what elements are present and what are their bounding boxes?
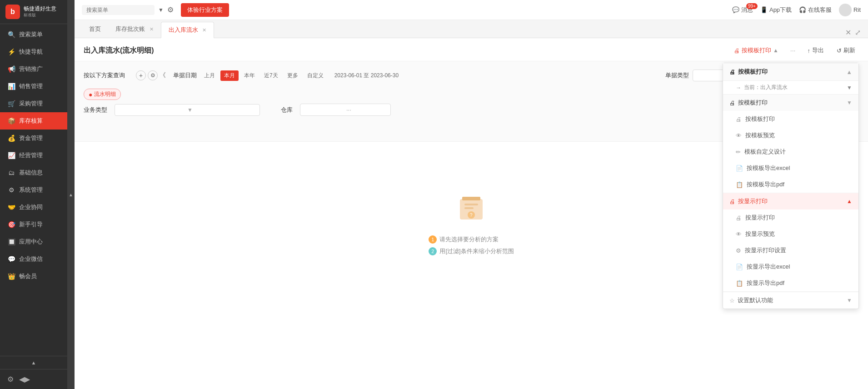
template-section-arrow: ▼	[847, 100, 852, 106]
template-print-arrow[interactable]: ▲	[773, 47, 778, 54]
display-print-icon: 🖨	[736, 214, 742, 221]
nav-icon-search: 🔍	[7, 30, 15, 39]
template-print-item[interactable]: 🖨 按模板打印	[723, 111, 858, 127]
sidebar-item-system[interactable]: ⚙系统管理	[0, 181, 67, 199]
nav-label-system: 系统管理	[19, 186, 43, 194]
sidebar-item-purchase[interactable]: 🛒采购管理	[0, 95, 67, 112]
sidebar-scroll-up[interactable]: ▲	[28, 359, 40, 366]
app-name: 畅捷通好生意	[24, 5, 56, 13]
dropdown-panel: 🖨 按模板打印 ▲ → 当前：出入库流水 ▼	[723, 63, 859, 309]
topbar-dropdown-arrow[interactable]: ▼	[158, 7, 164, 13]
tab-flow[interactable]: 出入库流水 ✕	[161, 22, 215, 38]
dropdown-close-arrow[interactable]: ▲	[846, 69, 852, 75]
more-options-icon[interactable]: ···	[788, 47, 798, 54]
export-button[interactable]: ↑ 导出	[804, 45, 828, 56]
nav-label-sales: 销售管理	[19, 82, 43, 90]
date-tabs: 上月 本月 本年 近7天 更多 自定义	[200, 70, 327, 81]
display-export-pdf-item[interactable]: 📋 按显示导出pdf	[723, 275, 858, 291]
tab-home[interactable]: 首页	[82, 21, 108, 38]
topbar-search[interactable]	[82, 5, 155, 15]
set-default-label: 设置默认功能	[738, 296, 773, 304]
nav-label-app-center: 应用中心	[19, 238, 43, 246]
industry-solution-button[interactable]: 体验行业方案	[181, 3, 229, 17]
filter-add-button[interactable]: +	[136, 70, 146, 80]
flow-tag: ● 流水明细	[84, 89, 121, 100]
sidebar: b 畅捷通好生意 标准版 🔍搜索菜单⚡快捷导航📢营销推广📊销售管理🛒采购管理📦库…	[0, 0, 67, 389]
warehouse-more-icon[interactable]: ···	[346, 106, 386, 113]
template-export-excel-icon: 📄	[736, 165, 743, 172]
messages-button[interactable]: 💬 消息 99+	[732, 6, 753, 14]
sidebar-item-enterprise[interactable]: 🤝企业协同	[0, 199, 67, 216]
filter-label: 按以下方案查询	[84, 71, 125, 80]
nav-icon-quick-nav: ⚡	[7, 48, 15, 56]
refresh-button[interactable]: ↺ 刷新	[833, 45, 859, 56]
display-print-settings-item[interactable]: ⚙ 按显示打印设置	[723, 242, 858, 259]
sidebar-item-quick-nav[interactable]: ⚡快捷导航	[0, 43, 67, 60]
avatar-image	[839, 4, 852, 16]
logo-icon: b	[5, 5, 20, 19]
display-export-excel-item[interactable]: 📄 按显示导出excel	[723, 259, 858, 275]
date-tab-7days[interactable]: 近7天	[260, 70, 282, 81]
biz-type-arrow: ▼	[187, 107, 255, 113]
sidebar-item-sales[interactable]: 📊销售管理	[0, 78, 67, 95]
filter-action-buttons: + ⚙ 《	[136, 70, 166, 80]
topbar: ▼ ⚙ 体验行业方案 💬 消息 99+ 📱 App下载 🎧 在线客服	[75, 0, 868, 20]
dropdown-section-display-header[interactable]: 🖨 按显示打印 ▲	[723, 193, 858, 209]
sidebar-item-guide[interactable]: 🎯新手引导	[0, 216, 67, 233]
sidebar-settings-icon[interactable]: ⚙	[7, 375, 14, 384]
filter-settings-button[interactable]: ⚙	[148, 70, 158, 80]
tab-bar-close-icon[interactable]: ✕	[845, 28, 851, 37]
tab-flow-close[interactable]: ✕	[202, 27, 206, 33]
sidebar-item-search[interactable]: 🔍搜索菜单	[0, 26, 67, 43]
template-preview-item[interactable]: 👁 按模板预览	[723, 127, 858, 144]
date-tab-last-month[interactable]: 上月	[200, 70, 219, 81]
sidebar-item-wechat[interactable]: 💬企业微信	[0, 250, 67, 268]
sidebar-item-vip[interactable]: 👑畅会员	[0, 268, 67, 285]
topbar-settings-icon[interactable]: ⚙	[167, 5, 174, 14]
display-print-item[interactable]: 🖨 按显示打印	[723, 209, 858, 226]
date-tab-this-year[interactable]: 本年	[240, 70, 259, 81]
search-input[interactable]	[86, 7, 141, 13]
template-custom-item[interactable]: ✏ 模板自定义设计	[723, 144, 858, 160]
page-actions: 🖨 按模板打印 ▲ ··· ↑ 导出 ↺ 刷新	[730, 45, 859, 56]
sidebar-item-basics[interactable]: 🗂基础信息	[0, 164, 67, 181]
display-preview-item[interactable]: 👁 按显示预览	[723, 226, 858, 242]
sidebar-collapse-icon[interactable]: ◀▶	[19, 375, 30, 384]
date-tab-custom[interactable]: 自定义	[304, 70, 327, 81]
empty-illustration: ?	[453, 190, 489, 226]
tab-bar-expand-icon[interactable]: ⤢	[855, 28, 861, 37]
current-selection: → 当前：出入库流水 ▼	[723, 81, 858, 95]
dropdown-panel-title: 🖨 按模板打印	[729, 68, 768, 76]
app-logo: b 畅捷通好生意 标准版	[0, 0, 67, 24]
sidebar-item-marketing[interactable]: 📢营销推广	[0, 60, 67, 78]
sidebar-item-operations[interactable]: 📈经营管理	[0, 147, 67, 164]
page-header: 出入库流水(流水明细) 🖨 按模板打印 ▲ ··· ↑ 导出 ↺ 刷新	[75, 38, 868, 61]
template-export-excel-item[interactable]: 📄 按模板导出excel	[723, 160, 858, 176]
sidebar-scroll-bar[interactable]: ▲	[67, 0, 75, 389]
current-dropdown-arrow[interactable]: ▼	[847, 85, 852, 91]
nav-icon-sales: 📊	[7, 82, 15, 90]
tab-batch-ledger[interactable]: 库存批次账 ✕	[108, 21, 161, 38]
tab-batch-ledger-close[interactable]: ✕	[150, 26, 154, 32]
biz-type-select[interactable]: ▼	[115, 104, 260, 116]
date-tab-this-month[interactable]: 本月	[220, 70, 239, 81]
date-tab-more[interactable]: 更多	[284, 70, 302, 81]
app-download-button[interactable]: 📱 App下载	[760, 6, 792, 14]
sidebar-item-inventory[interactable]: 📦库存核算	[0, 112, 67, 130]
display-print-label: 按显示打印	[745, 214, 775, 222]
dropdown-title-text: 按模板打印	[738, 68, 768, 76]
template-print-button[interactable]: 🖨 按模板打印 ▲	[730, 45, 782, 56]
customer-service-button[interactable]: 🎧 在线客服	[799, 6, 832, 14]
filter-collapse-arrow[interactable]: 《	[160, 71, 166, 80]
nav-label-marketing: 营销推广	[19, 65, 43, 73]
sidebar-item-finance[interactable]: 💰资金管理	[0, 130, 67, 147]
warehouse-select[interactable]: ···	[300, 104, 391, 116]
set-default-row[interactable]: ☆ 设置默认功能 ▼	[723, 292, 858, 309]
nav-icon-wechat: 💬	[7, 255, 15, 263]
headset-icon: 🎧	[799, 6, 806, 13]
dropdown-section-template-header[interactable]: 🖨 按模板打印 ▼	[723, 95, 858, 111]
template-export-pdf-item[interactable]: 📋 按模板导出pdf	[723, 176, 858, 193]
user-avatar[interactable]: Rit	[839, 4, 861, 16]
nav-label-purchase: 采购管理	[19, 100, 43, 108]
sidebar-item-app-center[interactable]: 🔲应用中心	[0, 233, 67, 250]
